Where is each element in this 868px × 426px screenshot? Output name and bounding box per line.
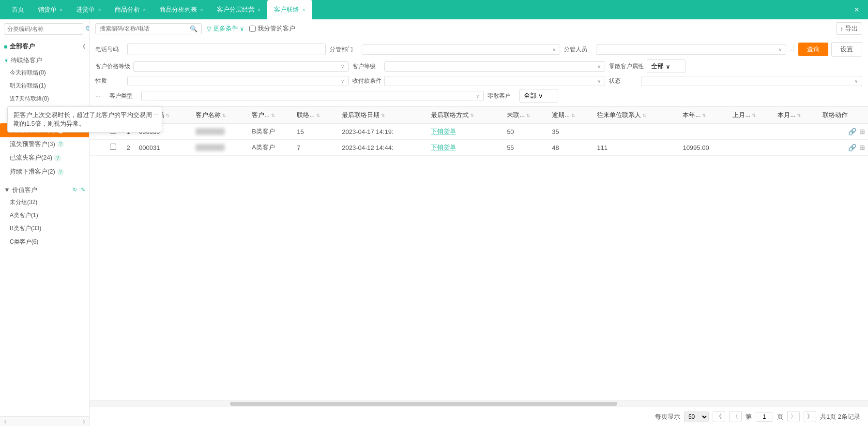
retail-attr-select[interactable]: 全部 ∨ [647,59,685,73]
customer-type-select[interactable]: ∨ [141,91,484,101]
sidebar-item-churn-warning[interactable]: 流失预警客户(3) ? [0,137,89,151]
nature-arrow-icon: ∨ [341,78,344,84]
export-button[interactable]: ↑ 导出 [836,22,863,35]
grid-icon-2[interactable]: ⊞ [859,144,865,151]
sidebar-search-input[interactable] [4,23,83,35]
dots-row4-icon[interactable]: ··· [95,92,101,100]
close-product-list-icon[interactable]: × [200,7,203,13]
nav-sales[interactable]: 销货单 × [31,0,69,19]
contact-method-link-1[interactable]: 下销货单 [431,128,456,135]
close-product-analysis-icon[interactable]: × [143,7,146,13]
grid-icon-1[interactable]: ⊞ [859,128,865,135]
th-category[interactable]: 客户... ⇅ [249,107,294,124]
scroll-thumb[interactable] [230,402,617,406]
first-page-button[interactable]: 《 [713,411,725,422]
row2-checkbox[interactable] [110,144,116,150]
sidebar-scroll-left-icon[interactable]: ‹ [4,416,7,426]
sidebar-item-7days[interactable]: 近7天待联络(0) [0,92,89,105]
close-customer-segment-icon[interactable]: × [258,7,260,13]
nav-customer-segment[interactable]: 客户分层经营 × [210,0,267,19]
th-uncontacted[interactable]: 未联... ⇅ [504,107,549,124]
td-this-month-2 [775,140,820,156]
th-overdue[interactable]: 逾期... ⇅ [549,107,594,124]
sidebar-item-tomorrow[interactable]: 明天待联络(1) [0,79,89,92]
payment-select[interactable]: ∨ [384,76,606,86]
td-lcm-2[interactable]: 下销货单 [428,140,504,156]
price-tier-select[interactable]: ∨ [133,61,349,72]
sidebar-item-today[interactable]: 今天待联络(0) [0,66,89,79]
th-contact[interactable]: 联络... ⇅ [294,107,339,124]
filter-dept: 分管部门 ∨ [330,44,560,55]
close-window-button[interactable]: × [850,5,863,15]
nav-product-list[interactable]: 商品分析列表 × [152,0,210,19]
sidebar-price-group[interactable]: ▼ 价值客户 ↻ ✎ [0,183,89,196]
th-last-contact-date[interactable]: 最后联络日期 ⇅ [339,107,428,124]
close-customer-contact-icon[interactable]: × [302,7,305,13]
th-customer-name[interactable]: 客户名称 ⇅ [193,107,249,124]
th-this-month[interactable]: 本月... ⇅ [775,107,820,124]
dept-select[interactable]: ∨ [362,44,560,55]
status-select[interactable]: ∨ [641,76,862,86]
page-number-input[interactable] [756,412,773,422]
nav-product-analysis[interactable]: 商品分析 × [108,0,152,19]
sidebar-item-churned[interactable]: 已流失客户(24) ? [0,151,89,165]
dots-icon-person[interactable]: ··· [789,46,794,53]
sidebar-item-declining[interactable]: 持续下滑客户(2) ? [0,165,89,179]
customer-table-wrapper: ⚙ 客户编码 ⇅ [90,107,868,400]
nature-select[interactable]: ∨ [127,76,349,86]
search-input[interactable] [100,25,187,32]
phone-input[interactable] [127,44,326,55]
refresh-icon[interactable]: ↻ [73,187,77,193]
th-last-contact-method[interactable]: 最后联络方式 ⇅ [428,107,504,124]
status-label: 状态 [609,77,638,85]
next-page-button[interactable]: 〉 [787,411,800,422]
retail-customer-select[interactable]: 全部 ∨ [519,89,558,103]
th-last-month[interactable]: 上月... ⇅ [730,107,775,124]
sidebar-item-ungrouped[interactable]: 未分组(32) [0,196,89,209]
my-customer-checkbox[interactable] [249,26,256,32]
query-button[interactable]: 查询 [798,43,828,56]
customer-tier-select[interactable]: ∨ [384,61,606,72]
close-purchase-icon[interactable]: × [98,7,101,13]
payment-arrow-icon: ∨ [597,78,601,84]
td-uncontacted-1: 50 [504,124,549,140]
tooltip-close-icon[interactable]: ... [153,109,159,116]
nav-customer-contact[interactable]: 客户联络 × [267,0,312,19]
price-tier-arrow-icon: ∨ [341,64,344,69]
top-nav: 首页 销货单 × 进货单 × 商品分析 × 商品分析列表 × 客户分层经营 × … [0,0,868,19]
sidebar-search-icon[interactable]: 🔍 [85,26,90,33]
more-filter-button[interactable]: ▽ 更多条件 ∨ [207,24,244,33]
td-this-month-1 [775,124,820,140]
setting-button[interactable]: 设置 [831,42,862,57]
contact-method-link-2[interactable]: 下销货单 [431,144,456,151]
prev-page-button[interactable]: 〈 [729,411,742,422]
nav-home[interactable]: 首页 [5,0,31,19]
sort-icon-code: ⇅ [166,113,169,118]
person-select[interactable]: ∨ [596,44,786,55]
sidebar-item-a-class[interactable]: A类客户(1) [0,209,89,222]
sidebar-scroll-right-icon[interactable]: › [82,416,85,426]
close-sales-icon[interactable]: × [60,7,62,13]
sidebar-item-c-class[interactable]: C类客户(6) [0,235,89,249]
my-customer-filter: 我分管的客户 [249,24,295,33]
help-icon-churned[interactable]: ? [54,155,61,162]
td-lcm-1[interactable]: 下销货单 [428,124,504,140]
search-icon[interactable]: 🔍 [190,25,198,32]
sidebar-pending-group[interactable]: ▼ 待联络客户 [0,54,89,66]
th-this-year[interactable]: 本年... ⇅ [680,107,730,124]
link-icon-1[interactable]: 🔗 [848,128,856,135]
collapse-icon[interactable]: 《 [80,43,85,50]
sidebar-all-customers[interactable]: ■ 全部客户 《 [0,39,89,54]
th-unit-contact[interactable]: 往来单位联系人 ⇅ [594,107,680,124]
nav-purchase[interactable]: 进货单 × [69,0,107,19]
link-icon-2[interactable]: 🔗 [848,144,856,151]
horizontal-scrollbar[interactable] [90,400,868,407]
last-page-button[interactable]: 》 [804,411,816,422]
per-page-select[interactable]: 50 20 100 [684,411,709,422]
help-icon-declining[interactable]: ? [57,169,64,176]
filter-row-1: 电话号码 分管部门 ∨ 分管人员 ∨ ··· 查询 [95,42,862,57]
edit-icon[interactable]: ✎ [81,187,85,193]
help-icon-churn[interactable]: ? [57,141,64,147]
retail-customer-label: 零散客户 [487,92,517,100]
sidebar-item-b-class[interactable]: B类客户(33) [0,222,89,235]
